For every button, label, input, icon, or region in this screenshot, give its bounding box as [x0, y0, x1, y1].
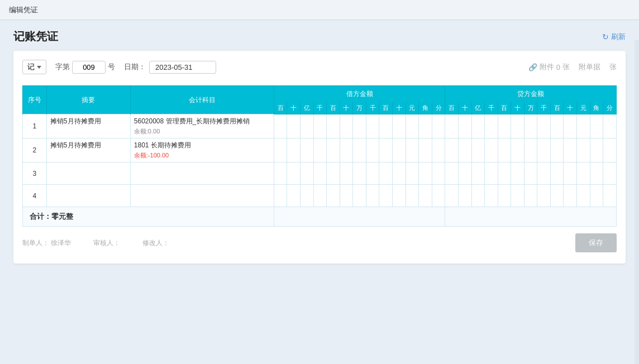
d4-9[interactable]: [379, 185, 393, 207]
c4-8[interactable]: [537, 185, 551, 207]
d4-7[interactable]: [353, 185, 366, 207]
c4-12[interactable]: [590, 185, 603, 207]
cell-abstract-1[interactable]: 摊销5月待摊费用: [46, 114, 130, 138]
cell-abstract-4[interactable]: [46, 185, 130, 207]
d3-12[interactable]: [419, 162, 432, 185]
c4-5[interactable]: [498, 185, 511, 207]
c4-2[interactable]: [458, 185, 471, 207]
c1-4[interactable]: [485, 114, 498, 138]
c3-2[interactable]: [458, 162, 471, 185]
d1-2[interactable]: [287, 114, 301, 138]
c4-1[interactable]: [445, 185, 459, 207]
d4-6[interactable]: [340, 185, 353, 207]
c2-1[interactable]: [445, 138, 459, 162]
c3-5[interactable]: [498, 162, 511, 185]
d4-3[interactable]: [301, 185, 314, 207]
d3-6[interactable]: [340, 162, 353, 185]
d4-5[interactable]: [327, 185, 340, 207]
c3-3[interactable]: [471, 162, 485, 185]
c3-9[interactable]: [550, 162, 564, 185]
d2-11[interactable]: [406, 138, 419, 162]
d4-8[interactable]: [366, 185, 379, 207]
c1-5[interactable]: [498, 114, 511, 138]
c2-4[interactable]: [485, 138, 498, 162]
d3-10[interactable]: [392, 162, 406, 185]
c1-2[interactable]: [458, 114, 471, 138]
d4-1[interactable]: [274, 185, 287, 207]
scrollbar[interactable]: [635, 40, 639, 364]
d1-1[interactable]: [274, 114, 287, 138]
d1-13[interactable]: [432, 114, 445, 138]
d2-3[interactable]: [301, 138, 314, 162]
cell-account-2[interactable]: 1801 长期待摊费用 余额:-100.00: [130, 138, 274, 162]
c2-2[interactable]: [458, 138, 471, 162]
d1-6[interactable]: [340, 114, 353, 138]
d3-7[interactable]: [353, 162, 366, 185]
c4-4[interactable]: [485, 185, 498, 207]
cell-abstract-2[interactable]: 摊销5月待摊费用: [46, 138, 130, 162]
d3-8[interactable]: [366, 162, 379, 185]
d2-1[interactable]: [274, 138, 287, 162]
c4-6[interactable]: [511, 185, 524, 207]
cell-account-4[interactable]: [130, 185, 274, 207]
c1-12[interactable]: [590, 114, 603, 138]
c2-6[interactable]: [511, 138, 524, 162]
c3-6[interactable]: [511, 162, 524, 185]
d4-11[interactable]: [406, 185, 419, 207]
cell-abstract-3[interactable]: [46, 162, 130, 185]
c3-4[interactable]: [485, 162, 498, 185]
cell-account-1[interactable]: 56020008 管理费用_长期待摊费用摊销 余额:0.00: [130, 114, 274, 138]
save-button[interactable]: 保存: [575, 233, 617, 252]
c3-7[interactable]: [524, 162, 537, 185]
c4-7[interactable]: [524, 185, 537, 207]
d1-7[interactable]: [353, 114, 366, 138]
d4-12[interactable]: [419, 185, 432, 207]
d2-8[interactable]: [366, 138, 379, 162]
c1-10[interactable]: [564, 114, 577, 138]
d1-3[interactable]: [301, 114, 314, 138]
c1-8[interactable]: [537, 114, 551, 138]
c1-3[interactable]: [471, 114, 485, 138]
c2-5[interactable]: [498, 138, 511, 162]
c2-10[interactable]: [564, 138, 577, 162]
d2-10[interactable]: [392, 138, 406, 162]
c3-1[interactable]: [445, 162, 459, 185]
c1-6[interactable]: [511, 114, 524, 138]
d3-1[interactable]: [274, 162, 287, 185]
c1-7[interactable]: [524, 114, 537, 138]
d2-9[interactable]: [379, 138, 393, 162]
c3-10[interactable]: [564, 162, 577, 185]
c2-7[interactable]: [524, 138, 537, 162]
c1-13[interactable]: [603, 114, 617, 138]
cell-account-3[interactable]: [130, 162, 274, 185]
c4-11[interactable]: [577, 185, 590, 207]
d1-8[interactable]: [366, 114, 379, 138]
attachment-link[interactable]: 🔗 附件 0 张: [528, 62, 570, 72]
c2-8[interactable]: [537, 138, 551, 162]
date-input[interactable]: [149, 61, 216, 74]
c1-11[interactable]: [577, 114, 590, 138]
d4-4[interactable]: [313, 185, 327, 207]
c4-9[interactable]: [550, 185, 564, 207]
c4-13[interactable]: [603, 185, 617, 207]
c2-13[interactable]: [603, 138, 617, 162]
d2-2[interactable]: [287, 138, 301, 162]
d2-7[interactable]: [353, 138, 366, 162]
c3-12[interactable]: [590, 162, 603, 185]
c1-9[interactable]: [550, 114, 564, 138]
ji-select[interactable]: 记: [22, 60, 46, 74]
d3-3[interactable]: [301, 162, 314, 185]
d1-4[interactable]: [313, 114, 327, 138]
d4-10[interactable]: [392, 185, 406, 207]
c2-3[interactable]: [471, 138, 485, 162]
d3-4[interactable]: [313, 162, 327, 185]
c4-10[interactable]: [564, 185, 577, 207]
c3-8[interactable]: [537, 162, 551, 185]
d3-13[interactable]: [432, 162, 445, 185]
d2-6[interactable]: [340, 138, 353, 162]
d3-11[interactable]: [406, 162, 419, 185]
d2-13[interactable]: [432, 138, 445, 162]
d1-5[interactable]: [327, 114, 340, 138]
c2-11[interactable]: [577, 138, 590, 162]
d4-13[interactable]: [432, 185, 445, 207]
